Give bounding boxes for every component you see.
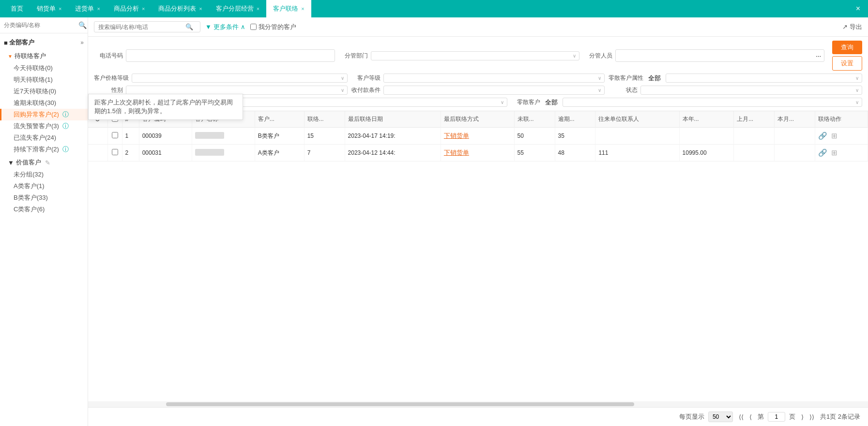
close-sales-order-icon[interactable]: × <box>59 6 61 12</box>
td-checkbox-0[interactable] <box>107 128 122 145</box>
gender-label: 性别 <box>94 86 123 94</box>
last-page-btn[interactable]: ⟩⟩ <box>807 413 816 421</box>
filter-status: 状态 ∨ <box>609 86 862 95</box>
edit-value-customer-icon[interactable]: ✎ <box>45 159 50 166</box>
nav-purchase-order[interactable]: 进货单 × <box>68 0 107 17</box>
action-grid-icon-0[interactable]: ⊞ <box>831 132 838 140</box>
td-last-method-1[interactable]: 下销货单 <box>441 145 514 162</box>
sidebar-7day-pending[interactable]: 近7天待联络(0) <box>0 86 88 97</box>
per-page-select[interactable]: 50 10 20 100 <box>708 411 733 422</box>
close-customer-layered-icon[interactable]: × <box>257 6 259 12</box>
person-select[interactable]: ··· <box>615 49 824 62</box>
prev-page-btn[interactable]: ⟨ <box>747 413 754 421</box>
sidebar-declining[interactable]: 持续下滑客户(2) ⓘ <box>0 144 88 155</box>
filter-phone: 电话号码 <box>94 49 335 62</box>
close-product-analysis-list-icon[interactable]: × <box>199 6 202 12</box>
status-select[interactable]: ∨ <box>640 86 862 95</box>
sidebar-today-pending[interactable]: 今天待联络(0) <box>0 62 88 74</box>
sidebar-pending-contact[interactable]: ▼ 待联络客户 <box>0 50 88 62</box>
nav-customer-contact[interactable]: 客户联络 × <box>266 0 311 17</box>
table-row: 2 000031 A类客户 7 2023-04-12 14:44: 下销货单 5… <box>88 145 868 162</box>
page-nav: ⟨⟨ ⟨ 第 页 ⟩ ⟩⟩ <box>737 412 816 422</box>
nav-product-analysis[interactable]: 商品分析 × <box>107 0 152 17</box>
tooltip-box: 距客户上次交易时长，超过了此客户的平均交易周期的1.5倍，则视为异常。 <box>88 94 243 120</box>
close-customer-contact-icon[interactable]: × <box>301 6 304 12</box>
scroll-thumb[interactable] <box>166 402 634 406</box>
nav-home[interactable]: 首页 <box>4 0 30 17</box>
td-checkbox-1[interactable] <box>107 145 122 162</box>
sidebar-collapse-icon[interactable]: » <box>80 39 84 46</box>
sidebar-search-input[interactable] <box>4 22 76 29</box>
nav-sales-order[interactable]: 销货单 × <box>30 0 68 17</box>
retail-customer-select[interactable]: ∨ <box>563 98 863 107</box>
sidebar-repurchase-abnormal[interactable]: 回购异常客户(2) ⓘ <box>0 109 88 120</box>
close-product-analysis-icon[interactable]: × <box>142 6 145 12</box>
td-last-method-0[interactable]: 下销货单 <box>441 128 514 145</box>
page-input[interactable] <box>768 412 785 422</box>
sidebar-c-customers[interactable]: C类客户(6) <box>0 204 88 215</box>
dept-label: 分管部门 <box>339 52 368 60</box>
th-this-month: 本月... <box>775 111 815 128</box>
sidebar-a-customers[interactable]: A类客户(1) <box>0 180 88 192</box>
export-btn[interactable]: ↗ 导出 <box>842 23 862 31</box>
action-grid-icon-1[interactable]: ⊞ <box>831 148 838 157</box>
status-label: 状态 <box>609 86 638 94</box>
retail-attr-select[interactable]: ∨ <box>666 73 862 83</box>
payment-select[interactable]: ∨ <box>383 86 605 95</box>
main-search-icon: 🔍 <box>185 23 193 30</box>
td-type-0: B类客户 <box>255 128 304 145</box>
close-purchase-order-icon[interactable]: × <box>97 6 100 12</box>
info-icon: ⓘ <box>62 111 69 118</box>
th-uncontacted: 未联... <box>514 111 555 128</box>
filter-row-1: 电话号码 分管部门 ∨ 分管人员 ··· 查询 设置 <box>94 41 862 71</box>
info-icon3: ⓘ <box>62 146 69 153</box>
more-conditions-btn[interactable]: ▼ 更多条件 ∧ <box>205 23 245 31</box>
payment-label: 收付款条件 <box>351 86 381 94</box>
td-last-date-0: 2023-04-17 14:19: <box>345 128 441 145</box>
customer-level-select[interactable]: ∨ <box>383 73 605 83</box>
td-name-0 <box>192 128 255 145</box>
sidebar-lost-warning[interactable]: 流失预警客户(3) ⓘ <box>0 120 88 132</box>
sidebar-overdue-no-contact[interactable]: 逾期未联络(30) <box>0 97 88 109</box>
price-level-select[interactable]: ∨ <box>132 73 348 83</box>
td-this-year-0 <box>679 128 734 145</box>
nav-customer-layered[interactable]: 客户分层经营 × <box>209 0 266 17</box>
sidebar-b-customers[interactable]: B类客户(33) <box>0 192 88 204</box>
action-buttons: 查询 设置 <box>832 41 862 71</box>
dept-select[interactable]: ∨ <box>371 51 580 60</box>
window-close-button[interactable]: × <box>852 4 864 13</box>
sidebar-search-icon[interactable]: 🔍 <box>78 21 87 29</box>
retail-customer-label: 零散客户 <box>511 98 540 106</box>
sidebar-unclassified[interactable]: 未分组(32) <box>0 169 88 180</box>
content-area: 🔍 ▼ 更多条件 ∧ 我分管的客户 ↗ 导出 电话号码 <box>88 17 868 426</box>
row-checkbox-1[interactable] <box>112 149 118 155</box>
th-actions: 联络动作 <box>815 111 868 128</box>
horizontal-scrollbar[interactable] <box>88 401 868 407</box>
row-checkbox-0[interactable] <box>112 132 118 138</box>
next-page-btn[interactable]: ⟩ <box>799 413 806 421</box>
sidebar-value-customer[interactable]: ▼ 价值客户 ✎ <box>0 155 88 169</box>
page-label: 第 <box>756 412 766 422</box>
td-uncontacted-1: 55 <box>514 145 555 162</box>
action-link-icon-0[interactable]: 🔗 <box>818 132 827 140</box>
th-contact-count: 联络... <box>304 111 345 128</box>
filter-person: 分管人员 ··· <box>583 49 824 62</box>
sidebar-lost-customers[interactable]: 已流失客户(24) <box>0 132 88 144</box>
main-search-input[interactable] <box>98 24 185 30</box>
filter-retail-attr: 零散客户属性 全部 ∨ <box>609 73 862 83</box>
settings-button[interactable]: 设置 <box>832 56 862 71</box>
sidebar-all-customers[interactable]: ■ 全部客户 » <box>0 35 88 50</box>
retail-customer-value: 全部 <box>545 98 558 107</box>
td-code-1[interactable]: 000031 <box>139 145 192 162</box>
phone-input[interactable] <box>126 49 335 62</box>
nav-product-analysis-list[interactable]: 商品分析列表 × <box>152 0 209 17</box>
sidebar-search-area: 🔍 <box>0 17 88 33</box>
td-code-0[interactable]: 000039 <box>139 128 192 145</box>
price-level-label: 客户价格等级 <box>94 74 129 82</box>
query-button[interactable]: 查询 <box>832 41 862 54</box>
sidebar-tomorrow-pending[interactable]: 明天待联络(1) <box>0 74 88 86</box>
action-link-icon-1[interactable]: 🔗 <box>818 148 827 157</box>
first-page-btn[interactable]: ⟨⟨ <box>737 413 746 421</box>
td-this-month-1 <box>775 145 815 162</box>
my-customer-checkbox[interactable] <box>250 24 257 30</box>
